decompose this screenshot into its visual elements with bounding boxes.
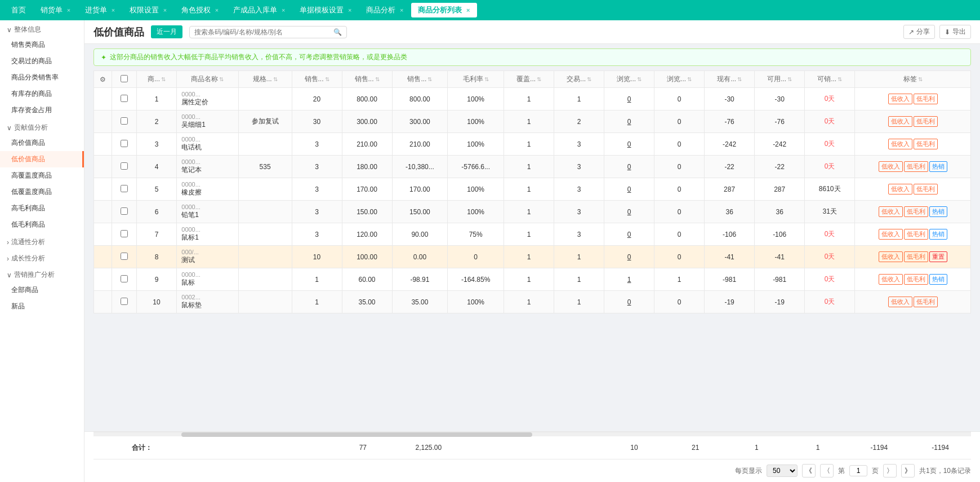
close-icon[interactable]: × — [112, 7, 115, 14]
cell-checkbox[interactable] — [112, 156, 137, 178]
browse1-link[interactable]: 0 — [627, 185, 631, 193]
cell-browse1[interactable]: 0 — [604, 291, 654, 313]
next-page-button[interactable]: 〉 — [883, 464, 897, 477]
nav-role-auth[interactable]: 角色授权 × — [175, 3, 225, 17]
browse1-link[interactable]: 0 — [627, 118, 631, 126]
row-checkbox[interactable] — [121, 298, 128, 305]
cell-checkbox[interactable] — [112, 291, 137, 313]
col-sales-qty-header[interactable]: 销售...⇅ — [292, 71, 342, 88]
search-input[interactable] — [194, 28, 330, 36]
close-icon[interactable]: × — [282, 7, 285, 14]
nav-product-analysis-list[interactable]: 商品分析列表 × — [411, 3, 476, 17]
cell-browse1[interactable]: 0 — [604, 246, 654, 268]
cell-browse1[interactable]: 0 — [604, 223, 654, 246]
browse1-link[interactable]: 0 — [627, 298, 631, 306]
row-checkbox[interactable] — [121, 253, 128, 260]
cell-checkbox[interactable] — [112, 178, 137, 201]
col-available-header[interactable]: 可用...⇅ — [755, 71, 805, 88]
nav-sales-order[interactable]: 销货单 × — [34, 3, 77, 17]
col-current-stock-header[interactable]: 现有...⇅ — [705, 71, 755, 88]
nav-product-analysis[interactable]: 商品分析 × — [359, 3, 410, 17]
row-checkbox[interactable] — [121, 162, 128, 170]
col-spec-header[interactable]: 规格...⇅ — [238, 71, 292, 88]
period-button[interactable]: 近一月 — [151, 25, 182, 38]
sidebar-item-sales-products[interactable]: 销售类商品 — [0, 37, 84, 53]
sidebar-item-high-coverage[interactable]: 高覆盖度商品 — [0, 167, 84, 184]
cell-browse1[interactable]: 0 — [604, 88, 654, 110]
row-checkbox[interactable] — [121, 140, 128, 147]
close-icon[interactable]: × — [348, 7, 351, 14]
page-number-input[interactable] — [849, 465, 867, 476]
row-checkbox[interactable] — [121, 207, 128, 215]
select-all-checkbox[interactable] — [121, 75, 128, 82]
browse1-link[interactable]: 0 — [627, 231, 631, 238]
cell-browse1[interactable]: 0 — [604, 178, 654, 201]
row-checkbox[interactable] — [121, 117, 128, 125]
first-page-button[interactable]: 《 — [802, 464, 816, 477]
sidebar-item-low-coverage[interactable]: 低覆盖度商品 — [0, 184, 84, 200]
cell-browse1[interactable]: 0 — [604, 201, 654, 223]
cell-checkbox[interactable] — [112, 223, 137, 246]
col-checkbox-header[interactable] — [112, 71, 137, 88]
col-tags-header[interactable]: 标签⇅ — [855, 71, 971, 88]
close-icon[interactable]: × — [466, 7, 470, 14]
cell-browse1[interactable]: 0 — [604, 133, 654, 156]
cell-browse1[interactable]: 0 — [604, 110, 654, 133]
sidebar-group-circulation[interactable]: › 流通性分析 — [0, 233, 84, 249]
sidebar-item-new-products[interactable]: 新品 — [0, 298, 84, 315]
row-checkbox[interactable] — [121, 230, 128, 237]
sidebar-item-inventory-capital[interactable]: 库存资金占用 — [0, 102, 84, 118]
col-gross-margin-header[interactable]: 毛利率⇅ — [448, 71, 504, 88]
browse1-link[interactable]: 1 — [627, 276, 631, 284]
nav-template-settings[interactable]: 单据模板设置 × — [293, 3, 358, 17]
close-icon[interactable]: × — [215, 7, 219, 14]
col-sales-price-header[interactable]: 销售...⇅ — [342, 71, 392, 88]
sidebar-item-high-value[interactable]: 高价值商品 — [0, 135, 84, 151]
row-checkbox[interactable] — [121, 185, 128, 192]
sidebar-item-category-rate[interactable]: 商品分类销售率 — [0, 69, 84, 86]
last-page-button[interactable]: 》 — [901, 464, 915, 477]
cell-browse1[interactable]: 1 — [604, 268, 654, 291]
nav-permissions[interactable]: 权限设置 × — [123, 3, 173, 17]
cell-checkbox[interactable] — [112, 133, 137, 156]
col-coverage-header[interactable]: 覆盖...⇅ — [504, 71, 554, 88]
col-browse2-header[interactable]: 浏览...⇅ — [654, 71, 705, 88]
col-no-header[interactable]: 商...⇅ — [136, 71, 177, 88]
row-checkbox[interactable] — [121, 95, 128, 102]
cell-checkbox[interactable] — [112, 88, 137, 110]
share-button[interactable]: ↗ 分享 — [903, 25, 935, 39]
nav-product-inbound[interactable]: 产成品入库单 × — [226, 3, 292, 17]
sidebar-group-marketing[interactable]: ∨ 营销推广分析 — [0, 266, 84, 282]
cell-checkbox[interactable] — [112, 110, 137, 133]
sidebar-item-low-value[interactable]: 低价值商品 — [0, 151, 84, 167]
col-name-header[interactable]: 商品名称⇅ — [177, 71, 238, 88]
search-icon[interactable]: 🔍 — [333, 28, 342, 36]
sidebar-item-stocked-products[interactable]: 有库存的商品 — [0, 86, 84, 102]
sidebar-item-traded-products[interactable]: 交易过的商品 — [0, 53, 84, 69]
cell-checkbox[interactable] — [112, 268, 137, 291]
browse1-link[interactable]: 0 — [627, 208, 631, 216]
browse1-link[interactable]: 0 — [627, 253, 631, 261]
sidebar-item-high-margin[interactable]: 高毛利商品 — [0, 200, 84, 216]
col-sales-amount-header[interactable]: 销售...⇅ — [392, 71, 448, 88]
sidebar-group-growth[interactable]: › 成长性分析 — [0, 249, 84, 266]
col-sellable-header[interactable]: 可销...⇅ — [805, 71, 855, 88]
sidebar-group-contribution[interactable]: ∨ 贡献值分析 — [0, 118, 84, 135]
close-icon[interactable]: × — [400, 7, 403, 14]
cell-browse1[interactable]: 0 — [604, 156, 654, 178]
sidebar-item-all-products[interactable]: 全部商品 — [0, 282, 84, 298]
col-browse1-header[interactable]: 浏览...⇅ — [604, 71, 654, 88]
prev-page-button[interactable]: 〈 — [820, 464, 834, 477]
close-icon[interactable]: × — [67, 7, 70, 14]
cell-checkbox[interactable] — [112, 246, 137, 268]
export-button[interactable]: ⬇ 导出 — [939, 25, 971, 39]
col-settings-header[interactable]: ⚙ — [94, 71, 112, 88]
sidebar-group-overall[interactable]: ∨ 整体信息 — [0, 20, 84, 37]
col-transaction-header[interactable]: 交易...⇅ — [554, 71, 604, 88]
browse1-link[interactable]: 0 — [627, 95, 631, 103]
scrollbar[interactable] — [93, 432, 971, 436]
page-size-select[interactable]: 50 100 200 — [767, 465, 798, 477]
browse1-link[interactable]: 0 — [627, 140, 631, 148]
nav-home[interactable]: 首页 — [5, 3, 33, 17]
browse1-link[interactable]: 0 — [627, 163, 631, 171]
